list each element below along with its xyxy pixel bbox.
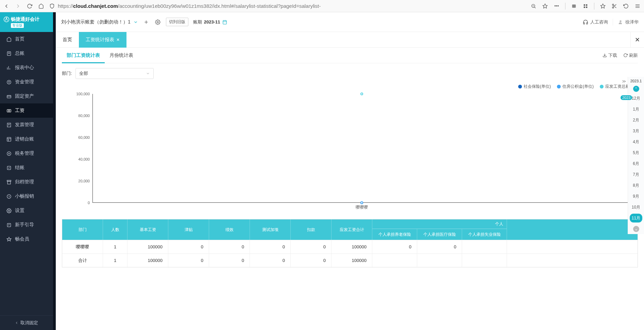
settings-icon (6, 208, 12, 213)
month-item[interactable]: 4月 (633, 137, 639, 146)
month-item[interactable]: 6月 (633, 159, 639, 168)
svg-rect-34 (7, 181, 11, 184)
period-selector[interactable]: 账期 2023-11 (193, 19, 227, 25)
y-axis (92, 94, 93, 203)
table-body: 嘤嘤嘤1100000000010000000合计1100000000010000… (62, 240, 638, 267)
logo: 畅捷通好会计 专业版 (0, 12, 53, 32)
logo-text: 畅捷通好会计 (11, 16, 39, 22)
more-icon[interactable]: ••• (554, 3, 560, 9)
subtab-month[interactable]: 月份统计表 (105, 48, 138, 63)
sidebar-bottom-label: 取消固定 (20, 320, 38, 326)
month-item[interactable]: 7月 (633, 170, 639, 179)
home-icon[interactable] (38, 3, 44, 9)
x-tick-label: 嘤嘤嘤 (356, 204, 368, 210)
close-icon[interactable]: ✕ (116, 37, 120, 42)
sidebar-item-home[interactable]: 首页 (0, 32, 53, 46)
expand-down-button[interactable]: ⌄ (633, 226, 639, 232)
sidebar-item-salary[interactable]: 工资 (0, 103, 53, 118)
undo-icon[interactable] (623, 3, 629, 9)
cell-value: 0 (372, 240, 417, 253)
download-button[interactable]: 下载 (603, 52, 617, 59)
chart-axes: 020,00040,00060,00080,000100,000嘤嘤嘤 (92, 94, 631, 203)
month-item[interactable]: 3月 (633, 127, 639, 135)
refresh-button[interactable]: 刷新 (623, 52, 638, 59)
sidebar-pin-toggle[interactable]: 取消固定 (0, 315, 53, 330)
close-period-icon (6, 165, 12, 170)
svg-marker-7 (600, 4, 605, 8)
zoom-icon[interactable] (530, 3, 537, 9)
cell-count: 1 (103, 254, 128, 267)
month-item[interactable]: 11月 (630, 214, 642, 222)
account-selector[interactable]: 刘小艳演示账套（勿删勿动！）1 (61, 19, 138, 25)
sidebar-scrollbar[interactable] (53, 12, 56, 330)
sidebar-item-invoice[interactable]: 发票管理 (0, 118, 53, 132)
cut-icon[interactable] (611, 3, 617, 9)
cell-value (462, 254, 507, 267)
psi-icon (6, 136, 12, 142)
cell-value (417, 254, 462, 267)
legend-label: 社会保险(单位) (524, 84, 551, 89)
apps-icon[interactable] (582, 3, 589, 9)
sidebar-item-reimburse[interactable]: 小畅报销 (0, 189, 53, 203)
sidebar-item-settings[interactable]: 设置 (0, 203, 53, 218)
tab-home[interactable]: 首页 (56, 32, 79, 48)
sidebar-item-label: 结账 (15, 165, 24, 171)
legend-item[interactable]: 社会保险(单位) (518, 84, 551, 89)
legend-item[interactable]: 应发工资总额 (600, 84, 630, 89)
col-header: 绩效 (209, 219, 250, 240)
expand-up-button[interactable]: ⌃ (633, 86, 639, 92)
tab-salary-report[interactable]: 工资统计报表 ✕ (79, 32, 126, 48)
add-account-button[interactable] (143, 19, 150, 26)
svg-rect-41 (223, 20, 226, 24)
sidebar-item-chart[interactable]: 报表中心 (0, 61, 53, 75)
support-link[interactable]: 人工咨询 (583, 19, 608, 25)
sidebar-item-close-period[interactable]: 结账 (0, 161, 53, 175)
pocket-icon[interactable] (571, 3, 577, 9)
sidebar-item-guide[interactable]: 新手引导 (0, 218, 53, 232)
fund-icon (6, 79, 12, 85)
col-header: 基本工资 (128, 219, 168, 240)
sidebar-item-asset[interactable]: 固定资产 (0, 89, 53, 103)
data-point (360, 201, 363, 204)
settings-icon[interactable] (154, 19, 161, 26)
sidebar-item-tax[interactable]: 税务管理 (0, 146, 53, 161)
logo-tag: 专业版 (11, 23, 24, 28)
menu-icon[interactable] (634, 3, 641, 9)
collapse-arrow-icon[interactable]: ≫ (622, 79, 626, 84)
sidebar-item-fund[interactable]: 资金管理 (0, 75, 53, 89)
sidebar-item-psi[interactable]: 进销台账 (0, 132, 53, 146)
filter-row: 部门: 全部 (62, 63, 638, 84)
subtab-dept[interactable]: 部门工资统计表 (62, 48, 105, 63)
sidebar-item-label: 进销台账 (15, 136, 34, 142)
cell-value: 0 (291, 240, 332, 253)
forward-icon[interactable] (15, 3, 21, 9)
invoice-icon (6, 122, 12, 128)
reload-icon[interactable] (27, 3, 33, 9)
month-item[interactable]: 8月 (633, 181, 639, 190)
refresh-label: 刷新 (629, 52, 638, 59)
sidebar-item-vip[interactable]: 畅会员 (0, 232, 53, 246)
month-item[interactable]: 1月 (633, 105, 639, 114)
month-top-label: 2023.1 (630, 79, 642, 83)
asset-icon (6, 94, 12, 99)
sidebar-item-label: 发票管理 (15, 122, 34, 128)
fav-icon[interactable] (600, 3, 606, 9)
address-bar[interactable]: https://cloud.chanjet.com/accounting/uw1… (49, 3, 526, 9)
month-item[interactable]: 10月 (632, 203, 640, 212)
legend-item[interactable]: 住房公积金(单位) (557, 84, 594, 89)
star-icon[interactable] (542, 3, 548, 9)
col-header: 个人承担医疗保险 (417, 229, 462, 240)
dept-select[interactable]: 全部 (75, 68, 154, 79)
back-icon[interactable] (3, 3, 10, 9)
switch-old-button[interactable]: 切到旧版 (166, 18, 188, 26)
month-item[interactable]: 9月 (633, 192, 639, 201)
sidebar-item-ledger[interactable]: 总账 (0, 46, 53, 61)
col-group-label: 个人 (372, 219, 507, 229)
month-item[interactable]: 2月 (633, 116, 639, 125)
month-item[interactable]: 5月 (633, 148, 639, 157)
user-menu[interactable]: 徐泽华 (618, 19, 639, 25)
close-all-button[interactable]: ✕ (630, 32, 644, 48)
month-item[interactable]: 12月 (632, 94, 640, 103)
sidebar-item-archive[interactable]: 归档管理 (0, 175, 53, 189)
data-table: 部门人数基本工资津贴绩效测试加项扣款应发工资合计个人个人承担养老保险个人承担医疗… (62, 219, 638, 267)
